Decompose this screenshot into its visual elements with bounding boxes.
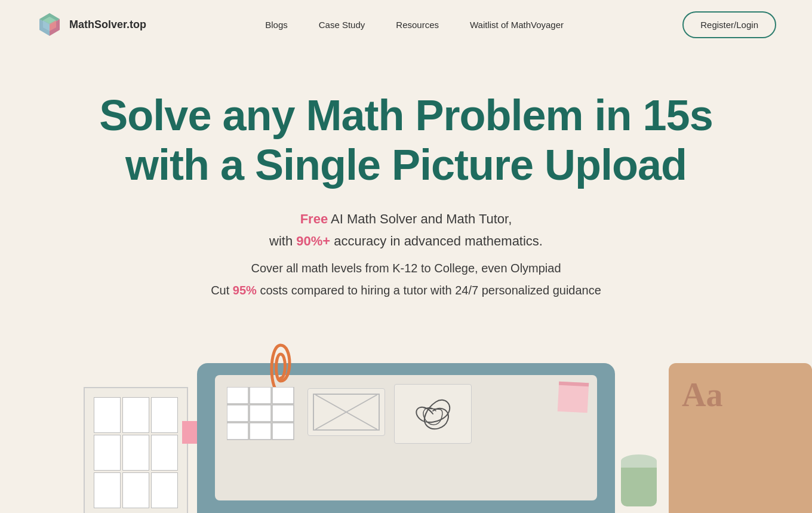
right-block: Aa [669,363,812,513]
hero-subtitle-mid: AI Math Solver and Math Tutor, [328,211,512,226]
register-login-button[interactable]: Register/Login [682,11,776,38]
nav-blogs[interactable]: Blogs [265,20,288,30]
screen-card-scribble [394,384,472,444]
hero-title-line2: with a Single Picture Upload [125,141,687,189]
screen-grid-icon [227,387,299,441]
hero-title-line1: Solve any Math Problem in 15s [99,91,712,139]
cylinder-body [621,468,657,506]
svg-rect-7 [227,387,248,404]
svg-rect-13 [227,423,248,440]
grid-cell [122,397,149,433]
grid-cell [151,435,178,471]
sticky-note-screen [558,382,589,413]
grid-cell [151,397,178,433]
nav-links: Blogs Case Study Resources Waitlist of M… [265,20,564,30]
nav-waitlist[interactable]: Waitlist of MathVoyager [470,20,564,30]
nav-resources[interactable]: Resources [396,20,439,30]
scribble-icon [406,390,460,438]
grid-cell [151,472,178,508]
svg-rect-11 [250,405,271,422]
svg-rect-15 [272,423,294,440]
nav-case-study[interactable]: Case Study [319,20,365,30]
hero-accuracy-highlight: 90%+ [296,234,330,248]
grid-cell [94,397,121,433]
svg-rect-12 [272,405,294,422]
hero-with: with [269,234,296,248]
hero-free-highlight: Free [300,211,328,226]
svg-rect-10 [227,405,248,422]
grid-cell [94,435,121,471]
svg-rect-8 [250,387,271,404]
svg-rect-9 [272,387,294,404]
hero-cut-suffix: costs compared to hiring a tutor with 24… [257,284,601,297]
screen-card-mid [307,388,385,436]
brand-name: MathSolver.top [69,19,146,31]
hero-subtitle-suffix: accuracy in advanced mathematics. [330,234,543,248]
hero-cut: Cut 95% costs compared to hiring a tutor… [36,284,776,297]
board-grid [94,397,178,508]
navbar: MathSolver.top Blogs Case Study Resource… [0,0,812,49]
illustration-area: Aa [0,327,812,513]
left-board [84,387,188,513]
grid-cell [122,435,149,471]
monitor [197,363,615,513]
cylinder-top [621,454,657,468]
svg-rect-14 [250,423,271,440]
monitor-screen [215,375,597,500]
logo-icon [36,11,63,38]
hero-detail: Cover all math levels from K-12 to Colle… [36,262,776,275]
hero-subtitle: Free AI Math Solver and Math Tutor, with… [36,208,776,253]
hero-title: Solve any Math Problem in 15s with a Sin… [36,91,776,190]
right-block-text: Aa [682,378,722,411]
hero-cut-highlight: 95% [233,284,257,297]
grid-cell [94,472,121,508]
grid-cell [122,472,149,508]
brand: MathSolver.top [36,11,146,38]
cylinder-container [621,454,657,506]
hero-section: Solve any Math Problem in 15s with a Sin… [0,49,812,297]
hero-cut-prefix: Cut [211,284,233,297]
